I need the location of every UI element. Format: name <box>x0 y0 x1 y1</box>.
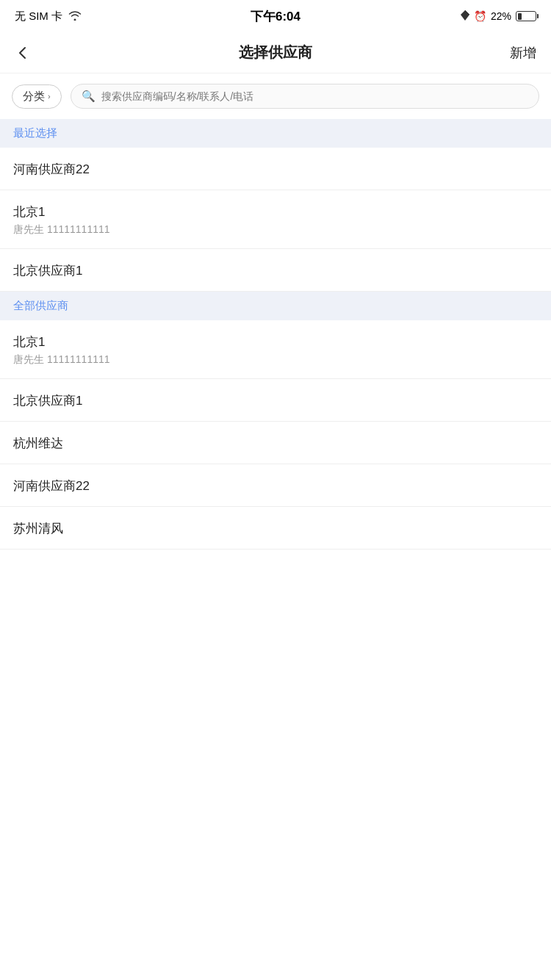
status-time: 下午6:04 <box>251 8 300 25</box>
back-button[interactable] <box>15 39 37 67</box>
list-item[interactable]: 北京供应商1 <box>0 379 551 422</box>
search-icon: 🔍 <box>82 90 96 103</box>
all-list: 北京1唐先生 11111111111北京供应商1杭州维达河南供应商22苏州清风 <box>0 320 551 550</box>
recent-list: 河南供应商22北京1唐先生 11111111111北京供应商1 <box>0 148 551 292</box>
battery-icon <box>516 11 536 21</box>
wifi-icon <box>68 10 82 23</box>
list-item[interactable]: 杭州维达 <box>0 422 551 464</box>
item-sub: 唐先生 11111111111 <box>13 223 538 237</box>
item-name: 北京供应商1 <box>13 262 538 279</box>
status-right: ⏰ 22% <box>461 10 536 23</box>
item-sub: 唐先生 11111111111 <box>13 353 538 367</box>
category-filter-button[interactable]: 分类 › <box>12 84 62 109</box>
item-name: 北京1 <box>13 334 538 350</box>
carrier-text: 无 SIM 卡 <box>15 10 62 24</box>
item-name: 北京供应商1 <box>13 392 538 409</box>
list-item[interactable]: 河南供应商22 <box>0 464 551 507</box>
list-item[interactable]: 苏州清风 <box>0 507 551 550</box>
item-name: 河南供应商22 <box>13 478 538 494</box>
alarm-icon: ⏰ <box>474 10 486 22</box>
battery-percent: 22% <box>491 10 511 22</box>
filter-row: 分类 › 🔍 <box>0 73 551 119</box>
page-title: 选择供应商 <box>239 43 312 62</box>
item-name: 苏州清风 <box>13 520 538 537</box>
category-label: 分类 <box>23 90 45 104</box>
item-name: 杭州维达 <box>13 435 538 452</box>
search-box[interactable]: 🔍 <box>71 84 539 109</box>
nav-bar: 选择供应商 新增 <box>0 32 551 73</box>
item-name: 北京1 <box>13 203 538 220</box>
list-item[interactable]: 北京供应商1 <box>0 249 551 292</box>
chevron-right-icon: › <box>48 92 51 101</box>
add-button[interactable]: 新增 <box>510 44 536 62</box>
list-item[interactable]: 北京1唐先生 11111111111 <box>0 320 551 379</box>
all-section-header: 全部供应商 <box>0 292 551 320</box>
all-section-label: 全部供应商 <box>13 299 68 311</box>
location-icon <box>461 10 469 23</box>
item-name: 河南供应商22 <box>13 161 538 178</box>
recent-section-header: 最近选择 <box>0 119 551 148</box>
list-item[interactable]: 北京1唐先生 11111111111 <box>0 190 551 249</box>
status-left: 无 SIM 卡 <box>15 10 82 24</box>
search-input[interactable] <box>101 90 528 102</box>
status-bar: 无 SIM 卡 下午6:04 ⏰ 22% <box>0 0 551 32</box>
recent-section-label: 最近选择 <box>13 126 57 139</box>
list-item[interactable]: 河南供应商22 <box>0 148 551 190</box>
